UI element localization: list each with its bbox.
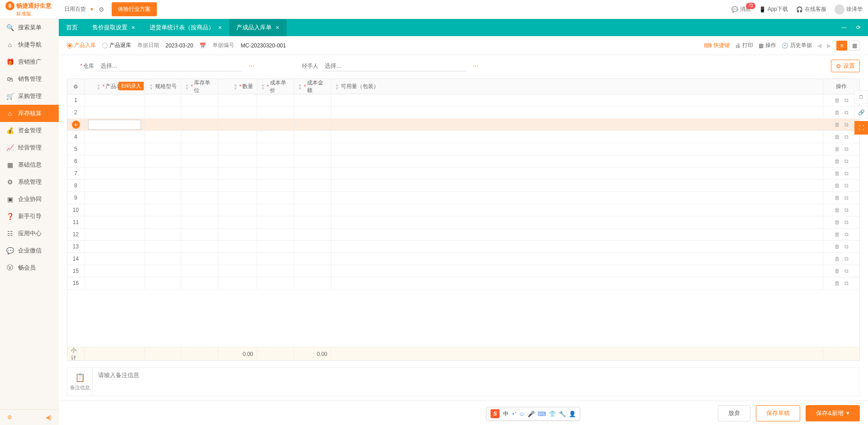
row-delete-icon[interactable]: 🗑 bbox=[835, 109, 840, 116]
row-delete-icon[interactable]: 🗑 bbox=[835, 243, 840, 250]
cell-unit[interactable] bbox=[181, 265, 218, 277]
cell-price[interactable] bbox=[257, 229, 294, 240]
cell-price[interactable] bbox=[257, 107, 294, 118]
row-copy-icon[interactable]: ⧉ bbox=[844, 207, 849, 213]
cell-name[interactable] bbox=[85, 119, 145, 131]
print-button[interactable]: 🖨 打印 bbox=[735, 42, 753, 49]
cell-qty[interactable] bbox=[218, 241, 257, 252]
cell-amt[interactable] bbox=[294, 107, 331, 118]
table-row[interactable]: 16🗑⧉ bbox=[67, 277, 859, 290]
table-row[interactable]: 10🗑⧉ bbox=[67, 204, 859, 216]
cell-avail[interactable] bbox=[331, 168, 823, 179]
table-row[interactable]: 7🗑⧉ bbox=[67, 168, 859, 180]
settings-icon[interactable]: ⚙ bbox=[7, 414, 12, 420]
handler-more-icon[interactable]: ⋯ bbox=[470, 63, 481, 69]
cell-avail[interactable] bbox=[331, 119, 823, 131]
prev-icon[interactable]: ◀ bbox=[817, 42, 821, 49]
row-delete-icon[interactable]: 🗑 bbox=[835, 219, 840, 225]
save-new-button[interactable]: 保存&新增 ▾ bbox=[806, 405, 860, 421]
cell-unit[interactable] bbox=[181, 107, 218, 118]
tab[interactable]: 产成品入库单✕ bbox=[229, 19, 287, 36]
tab-close-icon[interactable]: ✕ bbox=[275, 25, 279, 31]
scan-entry-button[interactable]: 扫码录入 bbox=[118, 82, 144, 90]
cell-qty[interactable] bbox=[218, 168, 257, 179]
cell-name[interactable] bbox=[85, 94, 145, 106]
ime-smile-icon[interactable]: ☺ bbox=[519, 411, 525, 417]
cell-name[interactable] bbox=[85, 216, 145, 228]
cell-name[interactable] bbox=[85, 241, 145, 252]
date-value[interactable]: 2023-03-20 bbox=[165, 42, 193, 49]
table-row[interactable]: 4🗑⧉ bbox=[67, 131, 859, 143]
product-name-input[interactable] bbox=[88, 120, 141, 130]
row-copy-icon[interactable]: ⧉ bbox=[844, 109, 849, 116]
cell-spec[interactable] bbox=[145, 241, 181, 252]
cell-qty[interactable] bbox=[218, 204, 257, 216]
tab-close-icon[interactable]: ✕ bbox=[131, 25, 135, 31]
table-row[interactable]: 13🗑⧉ bbox=[67, 241, 859, 253]
radio-product-out[interactable]: 产品退库 bbox=[102, 42, 131, 49]
table-row[interactable]: 5🗑⧉ bbox=[67, 143, 859, 155]
cell-avail[interactable] bbox=[331, 204, 823, 216]
sidebar-item[interactable]: 📈经营管理 bbox=[0, 139, 59, 156]
cell-unit[interactable] bbox=[181, 168, 218, 179]
cell-name[interactable] bbox=[85, 131, 145, 143]
cell-unit[interactable] bbox=[181, 119, 218, 131]
cell-qty[interactable] bbox=[218, 107, 257, 118]
sidebar-item[interactable]: ☷应用中心 bbox=[0, 225, 59, 242]
history-button[interactable]: 🕘 历史单据 bbox=[782, 42, 812, 49]
tab[interactable]: 售价提取设置✕ bbox=[85, 19, 142, 36]
row-delete-icon[interactable]: 🗑 bbox=[835, 170, 840, 177]
cell-price[interactable] bbox=[257, 180, 294, 191]
cell-price[interactable] bbox=[257, 94, 294, 106]
table-settings-button[interactable]: ⚙ 设置 bbox=[831, 60, 860, 72]
cell-price[interactable] bbox=[257, 143, 294, 155]
view-list-button[interactable]: ≡ bbox=[836, 41, 847, 51]
cell-amt[interactable] bbox=[294, 94, 331, 106]
cell-name[interactable] bbox=[85, 204, 145, 216]
row-copy-icon[interactable]: ⧉ bbox=[844, 231, 849, 238]
cell-spec[interactable] bbox=[145, 277, 181, 289]
col-qty[interactable]: ▲▼ *数量 bbox=[218, 79, 257, 94]
cell-avail[interactable] bbox=[331, 253, 823, 265]
cell-spec[interactable] bbox=[145, 180, 181, 191]
cell-unit[interactable] bbox=[181, 192, 218, 204]
cell-spec[interactable] bbox=[145, 229, 181, 240]
cell-unit[interactable] bbox=[181, 94, 218, 106]
cell-name[interactable] bbox=[85, 277, 145, 289]
cell-amt[interactable] bbox=[294, 131, 331, 143]
handler-input[interactable] bbox=[322, 61, 467, 71]
sidebar-item[interactable]: 🛍销售管理 bbox=[0, 70, 59, 88]
cell-avail[interactable] bbox=[331, 229, 823, 240]
col-config[interactable]: ⚙ bbox=[67, 79, 85, 94]
table-row[interactable]: 12🗑⧉ bbox=[67, 229, 859, 241]
cell-amt[interactable] bbox=[294, 241, 331, 252]
cell-qty[interactable] bbox=[218, 143, 257, 155]
tab[interactable]: 首页 bbox=[59, 19, 85, 36]
tabs-refresh-icon[interactable]: ⟳ bbox=[853, 22, 864, 33]
row-delete-icon[interactable]: 🗑 bbox=[835, 158, 840, 164]
discard-button[interactable]: 放弃 bbox=[718, 405, 750, 421]
cell-qty[interactable] bbox=[218, 229, 257, 240]
col-product-name[interactable]: ▲▼ *产品名称ⓘ 扫码录入 bbox=[85, 79, 145, 94]
messages-button[interactable]: 💬 消息 70 bbox=[731, 5, 751, 13]
cell-spec[interactable] bbox=[145, 107, 181, 118]
next-icon[interactable]: ▶ bbox=[827, 42, 831, 49]
cell-unit[interactable] bbox=[181, 155, 218, 167]
col-amount[interactable]: ▲▼ *成本金额 bbox=[294, 79, 331, 94]
tabs-minimize-icon[interactable]: — bbox=[838, 22, 850, 33]
cell-name[interactable] bbox=[85, 143, 145, 155]
cell-name[interactable] bbox=[85, 265, 145, 277]
cell-price[interactable] bbox=[257, 253, 294, 265]
sidebar-item[interactable]: 🛒采购管理 bbox=[0, 88, 59, 105]
save-draft-button[interactable]: 保存草稿 bbox=[756, 405, 800, 421]
row-delete-icon[interactable]: 🗑 bbox=[835, 207, 840, 213]
tab-close-icon[interactable]: ✕ bbox=[218, 25, 222, 31]
row-delete-icon[interactable]: 🗑 bbox=[835, 121, 840, 128]
store-settings-icon[interactable]: ⚙ bbox=[99, 6, 104, 13]
cell-price[interactable] bbox=[257, 265, 294, 277]
col-price[interactable]: ▲▼ *成本单价 bbox=[257, 79, 294, 94]
row-copy-icon[interactable]: ⧉ bbox=[844, 219, 849, 225]
cell-name[interactable] bbox=[85, 168, 145, 179]
cell-amt[interactable] bbox=[294, 253, 331, 265]
cell-price[interactable] bbox=[257, 168, 294, 179]
